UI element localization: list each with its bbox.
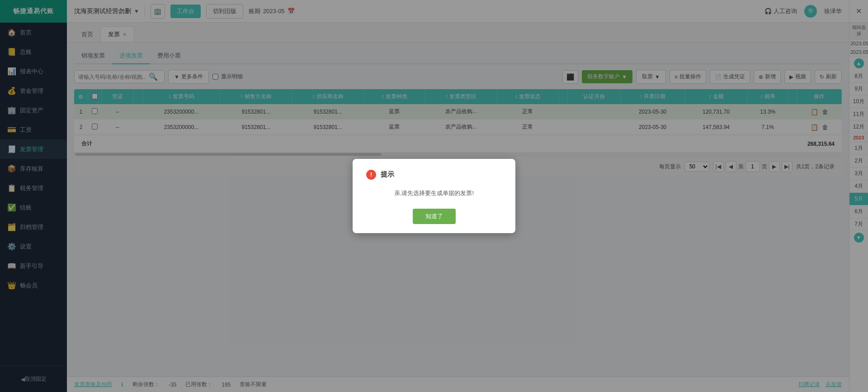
modal-title-row: ! 提示 xyxy=(366,170,502,180)
modal-overlay: ! 提示 亲,请先选择要生成单据的发票! 知道了 xyxy=(0,0,868,392)
modal-ok-button[interactable]: 知道了 xyxy=(413,209,456,224)
modal-dialog: ! 提示 亲,请先选择要生成单据的发票! 知道了 xyxy=(353,159,515,234)
modal-footer: 知道了 xyxy=(366,209,502,224)
modal-message: 亲,请先选择要生成单据的发票! xyxy=(366,189,502,198)
warning-icon: ! xyxy=(366,170,376,180)
modal-title: 提示 xyxy=(381,170,394,179)
